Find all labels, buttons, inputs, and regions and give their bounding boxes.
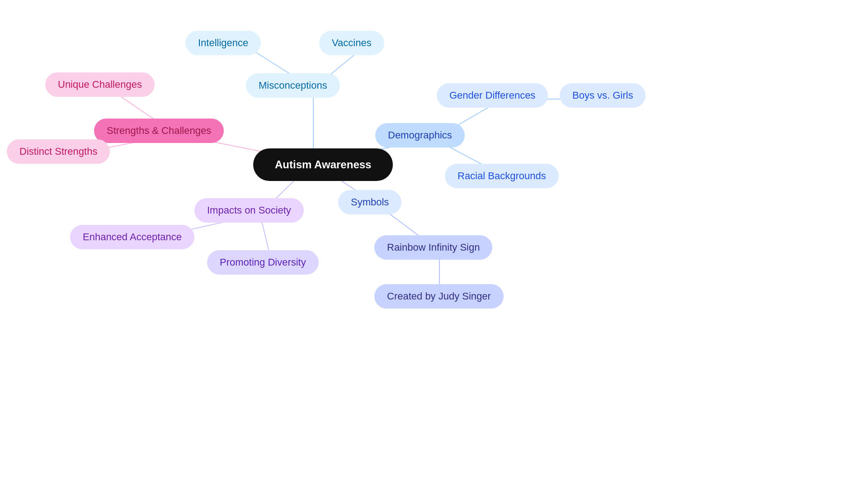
- node-boys-girls: Boys vs. Girls: [560, 83, 646, 108]
- node-promoting-diversity: Promoting Diversity: [207, 250, 319, 275]
- node-judy-singer: Created by Judy Singer: [374, 284, 504, 309]
- node-rainbow-infinity: Rainbow Infinity Sign: [374, 235, 492, 260]
- node-impacts-society: Impacts on Society: [194, 198, 304, 223]
- node-gender-differences: Gender Differences: [437, 83, 548, 108]
- node-demographics: Demographics: [375, 123, 465, 147]
- node-vaccines: Vaccines: [319, 31, 384, 55]
- node-racial-backgrounds: Racial Backgrounds: [445, 164, 559, 188]
- node-enhanced-acceptance: Enhanced Acceptance: [70, 225, 194, 249]
- node-distinct-strengths: Distinct Strengths: [7, 139, 110, 164]
- node-intelligence: Intelligence: [185, 31, 261, 55]
- node-strengths-challenges: Strengths & Challenges: [94, 119, 224, 143]
- node-symbols: Symbols: [338, 190, 401, 214]
- node-misconceptions: Misconceptions: [246, 73, 340, 98]
- center-node: Autism Awareness: [253, 148, 393, 181]
- node-unique-challenges: Unique Challenges: [45, 72, 155, 97]
